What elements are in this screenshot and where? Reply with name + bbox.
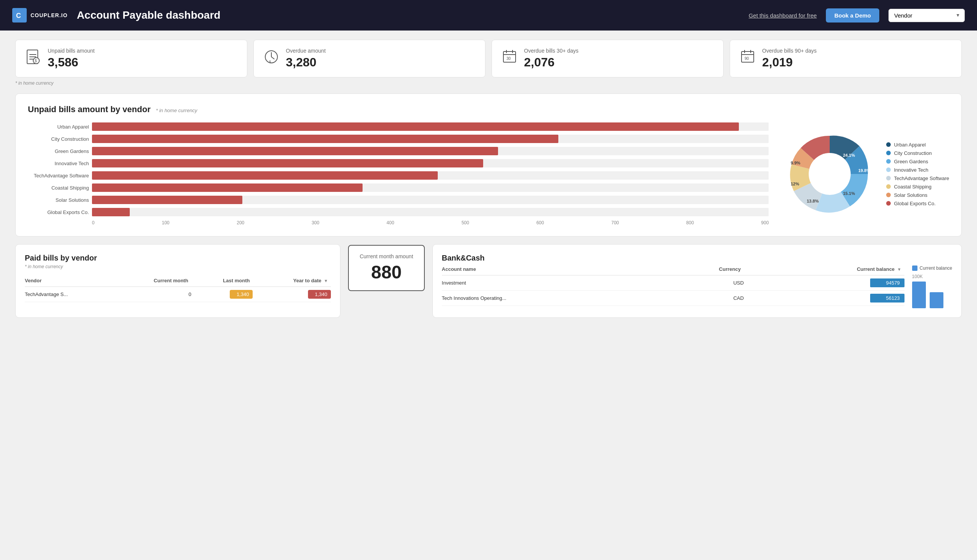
balance-sort-icon: ▼ [897, 267, 902, 272]
bank-cash-title: Bank&Cash [442, 254, 952, 262]
page-title: Account Payable dashboard [77, 9, 740, 22]
svg-text:$: $ [35, 59, 37, 63]
th-balance: Current balance ▼ [744, 264, 905, 275]
cell-last-month: 1,340 [191, 287, 253, 302]
paid-bills-title: Paid bills by vendor [25, 254, 331, 262]
kpi-overdue: $ Overdue amount 3,280 [254, 40, 486, 77]
chart-row: Urban Apparel City Construction Green Ga… [28, 122, 949, 225]
bar-track-urban [92, 122, 768, 131]
bar-label-urban: Urban Apparel [28, 124, 89, 130]
balance-badge-investment: 94579 [870, 278, 905, 287]
svg-text:$: $ [269, 60, 271, 64]
overdue-30-icon: 30 [501, 48, 518, 69]
paid-bills-section: Paid bills by vendor * in home currency … [15, 244, 341, 318]
legend-urban: Urban Apparel [886, 142, 949, 148]
th-year-to-date: Year to date ▼ [253, 275, 331, 287]
kpi-overdue-label: Overdue amount [286, 48, 326, 54]
table-row: TechAdvantage S... 0 1,340 1,340 [25, 287, 331, 302]
cell-vendor: TechAdvantage S... [25, 287, 114, 302]
bank-row-investment: Investment USD 94579 [442, 275, 905, 291]
svg-text:13.8%: 13.8% [807, 199, 818, 203]
current-month-label: Current month amount [359, 253, 413, 259]
bar-fill-urban [92, 122, 739, 131]
bar-row-green: Green Gardens [28, 147, 768, 155]
kpi-overdue-90-info: Overdue bills 90+ days 2,019 [762, 48, 817, 70]
svg-line-10 [271, 57, 274, 59]
cell-balance-investment: 94579 [744, 275, 905, 291]
legend-dot-green [886, 159, 891, 163]
bar-label-solar: Solar Solutions [28, 197, 89, 203]
th-currency: Currency [660, 264, 744, 275]
bar-fill-solar [92, 196, 242, 204]
bar-track-innovative [92, 159, 768, 167]
donut-svg: 24.1% 19.8% 15.1% 13.8% 12% 9.9% [784, 128, 875, 220]
brand-name: COUPLER.IO [30, 12, 68, 18]
bar-row-global: Global Exports Co. [28, 208, 768, 216]
kpi-unpaid-value: 3,586 [48, 55, 95, 70]
svg-text:9.9%: 9.9% [791, 161, 800, 165]
bar-row-city: City Construction [28, 135, 768, 143]
legend-dot-urban [886, 142, 891, 147]
book-demo-button[interactable]: Book a Demo [826, 8, 879, 23]
bank-cash-section: Bank&Cash Account name Currency Current … [433, 244, 962, 318]
bar-track-green [92, 147, 768, 155]
vendor-select[interactable]: Vendor All Vendors Urban Apparel City Co… [888, 9, 965, 22]
balance-legend-label: Current balance [920, 265, 952, 271]
legend-dot-solar [886, 193, 891, 197]
bar-fill-city [92, 135, 558, 143]
kpi-overdue-30-value: 2,076 [524, 55, 579, 70]
bank-mini-chart: Current balance 100K [912, 264, 952, 308]
bar-label-techadvantage: TechAdvantage Software [28, 173, 89, 178]
logo: C COUPLER.IO [12, 8, 68, 23]
unpaid-chart-title: Unpaid bills amount by vendor [28, 105, 150, 115]
svg-text:15.1%: 15.1% [843, 191, 855, 196]
kpi-unpaid-bills: $ Unpaid bills amount 3,586 [15, 40, 247, 77]
legend-green: Green Gardens [886, 159, 949, 164]
kpi-overdue-30: 30 Overdue bills 30+ days 2,076 [491, 40, 723, 77]
balance-legend-square [912, 265, 917, 271]
th-account: Account name [442, 264, 660, 275]
cell-currency-tech: CAD [660, 291, 744, 306]
legend-dot-innovative [886, 167, 891, 172]
bottom-row: Paid bills by vendor * in home currency … [15, 244, 962, 318]
kpi-row: $ Unpaid bills amount 3,586 $ Overdue am… [15, 40, 962, 77]
bar-track-city [92, 135, 768, 143]
bar-fill-innovative [92, 159, 483, 167]
get-dashboard-link[interactable]: Get this dashboard for free [749, 12, 817, 19]
y-axis-100k: 100K [912, 274, 952, 279]
bar-label-green: Green Gardens [28, 148, 89, 154]
kpi-note: * in home currency [15, 80, 962, 86]
cell-currency-investment: USD [660, 275, 744, 291]
th-current-month: Current month [114, 275, 191, 287]
bank-chart-area: Account name Currency Current balance ▼ … [442, 264, 952, 308]
cell-current-month: 0 [114, 287, 191, 302]
bar-label-innovative: Innovative Tech [28, 161, 89, 166]
bar-chart-area: Urban Apparel City Construction Green Ga… [28, 122, 768, 225]
svg-point-22 [809, 153, 851, 195]
paid-bills-table: Vendor Current month Last month Year to … [25, 275, 331, 302]
legend-label-urban: Urban Apparel [894, 142, 925, 148]
legend-techadvantage: TechAdvantage Software [886, 175, 949, 181]
bar-fill-techadvantage [92, 171, 438, 180]
svg-text:90: 90 [745, 57, 749, 61]
svg-text:19.8%: 19.8% [858, 168, 870, 173]
bar-row-techadvantage: TechAdvantage Software [28, 171, 768, 180]
year-to-date-badge: 1,340 [308, 290, 331, 299]
bar-track-techadvantage [92, 171, 768, 180]
logo-icon: C [12, 8, 27, 23]
cell-year-to-date: 1,340 [253, 287, 331, 302]
bank-row-tech: Tech Innovations Operating... CAD 56123 [442, 291, 905, 306]
cell-account-tech: Tech Innovations Operating... [442, 291, 660, 306]
bank-bars [912, 282, 952, 308]
bar-track-coastal [92, 183, 768, 192]
bar-fill-coastal [92, 183, 362, 192]
legend-dot-city [886, 151, 891, 155]
cell-balance-tech: 56123 [744, 291, 905, 306]
bar-row-innovative: Innovative Tech [28, 159, 768, 167]
svg-text:24.1%: 24.1% [843, 153, 855, 158]
bar-label-global: Global Exports Co. [28, 210, 89, 215]
bank-table-header: Account name Currency Current balance ▼ [442, 264, 905, 275]
th-vendor: Vendor [25, 275, 114, 287]
donut-legend: Urban Apparel City Construction Green Ga… [886, 142, 949, 207]
bank-bar-investment [912, 282, 926, 308]
